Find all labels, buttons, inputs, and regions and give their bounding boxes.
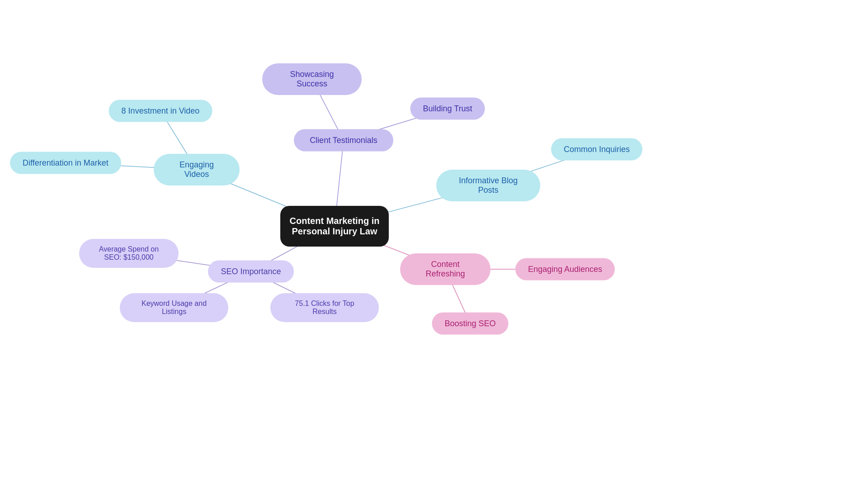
differentiation-market-node: Differentiation in Market <box>10 152 121 174</box>
common-inquiries-node: Common Inquiries <box>551 138 642 161</box>
content-refreshing-node: Content Refreshing <box>400 253 491 285</box>
investment-video-node: 8 Investment in Video <box>109 100 212 122</box>
building-trust-node: Building Trust <box>410 98 485 120</box>
informative-blog-posts-node: Informative Blog Posts <box>436 170 540 201</box>
seo-importance-node: SEO Importance <box>208 261 294 283</box>
client-testimonials-node: Client Testimonials <box>294 129 393 152</box>
boosting-seo-node: Boosting SEO <box>432 313 508 335</box>
keyword-usage-node: Keyword Usage and Listings <box>120 293 228 322</box>
avg-spend-seo-node: Average Spend on SEO: $150,000 <box>79 239 179 268</box>
engaging-audiences-node: Engaging Audiences <box>515 258 615 281</box>
center-node: Content Marketing in Personal Injury Law <box>280 206 389 247</box>
clicks-top-results-node: 75.1 Clicks for Top Results <box>270 293 379 322</box>
engaging-videos-node: Engaging Videos <box>154 154 240 186</box>
showcasing-success-node: Showcasing Success <box>262 63 362 95</box>
